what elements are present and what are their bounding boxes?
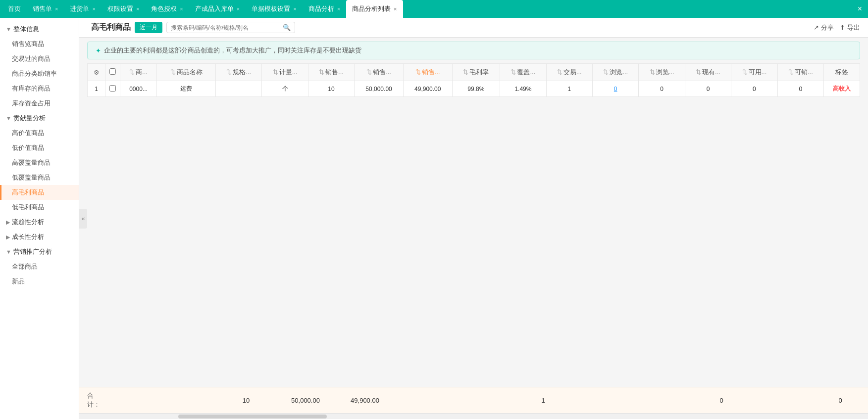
- sidebar: ▼ 整体信息 销售览商品 交易过的商品 商品分类助销率 有库存的商品 库存资金占…: [0, 18, 79, 419]
- horizontal-scrollbar[interactable]: [79, 413, 868, 419]
- arrow-down-icon-2: ▼: [6, 115, 11, 121]
- sidebar-item-low-gross[interactable]: 低毛利商品: [0, 200, 79, 215]
- cell-sales1: 10: [308, 81, 354, 97]
- cell-coverage: 1.49%: [500, 81, 546, 97]
- export-icon: ⬆: [840, 24, 845, 31]
- cell-stock-cur: 0: [685, 81, 731, 97]
- sidebar-group-contribution[interactable]: ▼ 贡献量分析: [0, 111, 79, 126]
- arrow-down-icon-3: ▼: [6, 249, 11, 255]
- notice-text: 企业的主要的利润都是这部分商品创造的，可考虑加大推广，同时关注库存是不要出现缺货: [104, 46, 361, 55]
- table-footer: 合计： 10 50,000.00 49,900.00 1: [79, 387, 868, 413]
- tab-purchase-label: 进货单: [70, 4, 89, 13]
- search-input[interactable]: [171, 24, 283, 31]
- cell-tag: 高收入: [824, 81, 860, 97]
- sidebar-item-new-products[interactable]: 新品: [0, 274, 79, 289]
- tab-sales-label: 销售单: [33, 4, 52, 13]
- col-stock-cur: ⇅现有...: [685, 64, 731, 81]
- sidebar-item-low-coverage[interactable]: 低覆盖量商品: [0, 170, 79, 185]
- select-all-checkbox[interactable]: [109, 68, 116, 75]
- tab-analysis[interactable]: 商品分析 ×: [303, 0, 346, 18]
- col-settings[interactable]: ⚙: [88, 64, 105, 81]
- scroll-thumb[interactable]: [178, 415, 327, 419]
- export-button[interactable]: ⬆ 导出: [840, 23, 860, 32]
- sidebar-item-low-value[interactable]: 低价值商品: [0, 140, 79, 155]
- sidebar-item-stock-capital[interactable]: 库存资金占用: [0, 96, 79, 111]
- sidebar-group-marketing-label: 营销推广分析: [13, 247, 52, 256]
- cell-browse2: 0: [639, 81, 685, 97]
- close-product-inbound-tab-icon[interactable]: ×: [237, 6, 240, 12]
- sidebar-group-marketing[interactable]: ▼ 营销推广分析: [0, 244, 79, 259]
- sidebar-item-high-gross[interactable]: 高毛利商品: [0, 185, 79, 200]
- tab-product-inbound[interactable]: 产成品入库单 ×: [189, 0, 246, 18]
- cell-stock-avail: 0: [731, 81, 777, 97]
- close-analysis-list-tab-icon[interactable]: ×: [394, 6, 397, 12]
- cell-name: 运费: [157, 81, 216, 97]
- tab-sales[interactable]: 销售单 ×: [27, 0, 64, 18]
- sidebar-group-flow[interactable]: ▶ 流趋性分析: [0, 215, 79, 230]
- search-icon[interactable]: 🔍: [283, 24, 291, 31]
- tab-analysis-list[interactable]: 商品分析列表 ×: [346, 0, 403, 18]
- tab-permission[interactable]: 权限设置 ×: [102, 0, 145, 18]
- col-spec: ⇅规格...: [215, 64, 261, 81]
- sidebar-group-overall[interactable]: ▼ 整体信息: [0, 22, 79, 37]
- sidebar-item-sales-browse[interactable]: 销售览商品: [0, 37, 79, 51]
- sidebar-item-high-value[interactable]: 高价值商品: [0, 126, 79, 140]
- content-header: 高毛利商品 近一月 🔍 ↗ 分享 ⬆ 导出: [79, 18, 868, 38]
- sidebar-item-category-rate[interactable]: 商品分类助销率: [0, 66, 79, 81]
- tab-template[interactable]: 单据模板设置 ×: [246, 0, 302, 18]
- sidebar-collapse-button[interactable]: «: [79, 209, 87, 229]
- col-stock-avail: ⇅可用...: [731, 64, 777, 81]
- close-purchase-tab-icon[interactable]: ×: [92, 6, 95, 12]
- cell-unit: 个: [262, 81, 308, 97]
- footer-stock-cur: 0: [702, 397, 741, 404]
- col-trade: ⇅交易...: [546, 64, 592, 81]
- settings-icon: ⚙: [94, 69, 100, 76]
- sidebar-item-in-stock[interactable]: 有库存的商品: [0, 81, 79, 96]
- sidebar-item-traded[interactable]: 交易过的商品: [0, 51, 79, 66]
- sidebar-group-growth-label: 成长性分析: [12, 233, 44, 241]
- tab-template-label: 单据模板设置: [252, 4, 290, 13]
- footer-browse1: [583, 397, 622, 404]
- tab-purchase[interactable]: 进货单 ×: [64, 0, 101, 18]
- sidebar-item-high-coverage[interactable]: 高覆盖量商品: [0, 155, 79, 170]
- share-button[interactable]: ↗ 分享: [814, 23, 834, 32]
- tab-role[interactable]: 角色授权 ×: [145, 0, 189, 18]
- tab-home-label: 首页: [8, 4, 21, 13]
- footer-empty3: [761, 397, 801, 404]
- col-sales3: ⇅销售...: [403, 64, 452, 81]
- content-area: « 高毛利商品 近一月 🔍 ↗ 分享 ⬆ 导出 ✦ 企: [79, 18, 868, 419]
- cell-browse1[interactable]: 0: [593, 81, 639, 97]
- notice-icon: ✦: [96, 47, 101, 54]
- col-checkbox[interactable]: [105, 64, 120, 81]
- col-browse2: ⇅浏览...: [639, 64, 685, 81]
- col-unit: ⇅计量...: [262, 64, 308, 81]
- sidebar-item-all-products[interactable]: 全部商品: [0, 259, 79, 274]
- tab-analysis-list-label: 商品分析列表: [352, 4, 391, 13]
- table-wrap: ⚙ ⇅商... ⇅商品名称 ⇅规格...: [79, 63, 868, 387]
- close-permission-tab-icon[interactable]: ×: [136, 6, 139, 12]
- tab-home[interactable]: 首页: [2, 0, 27, 18]
- sidebar-group-growth[interactable]: ▶ 成长性分析: [0, 230, 79, 244]
- col-code: ⇅商...: [120, 64, 157, 81]
- close-sales-tab-icon[interactable]: ×: [55, 6, 58, 12]
- cell-sales2: 50,000.00: [355, 81, 404, 97]
- arrow-down-icon: ▼: [6, 26, 11, 32]
- tab-analysis-label: 商品分析: [308, 4, 334, 13]
- footer-empty2: [464, 397, 504, 404]
- cell-code: 0000...: [120, 81, 157, 97]
- tab-product-inbound-label: 产成品入库单: [195, 4, 234, 13]
- row-checkbox[interactable]: [109, 85, 116, 92]
- period-filter-button[interactable]: 近一月: [135, 22, 162, 33]
- tab-permission-label: 权限设置: [107, 4, 133, 13]
- close-role-tab-icon[interactable]: ×: [180, 6, 183, 12]
- sidebar-group-overall-label: 整体信息: [13, 25, 39, 34]
- close-all-tabs-button[interactable]: ×: [854, 4, 866, 13]
- footer-empty1: [405, 397, 444, 404]
- close-template-tab-icon[interactable]: ×: [293, 6, 296, 12]
- close-analysis-tab-icon[interactable]: ×: [337, 6, 340, 12]
- cell-checkbox[interactable]: [105, 81, 120, 97]
- notice-bar: ✦ 企业的主要的利润都是这部分商品创造的，可考虑加大推广，同时关注库存是不要出现…: [87, 42, 860, 59]
- cell-stock-sale: 0: [777, 81, 823, 97]
- footer-sales2: 50,000.00: [286, 397, 325, 404]
- col-gross-rate: ⇅毛利率: [452, 64, 500, 81]
